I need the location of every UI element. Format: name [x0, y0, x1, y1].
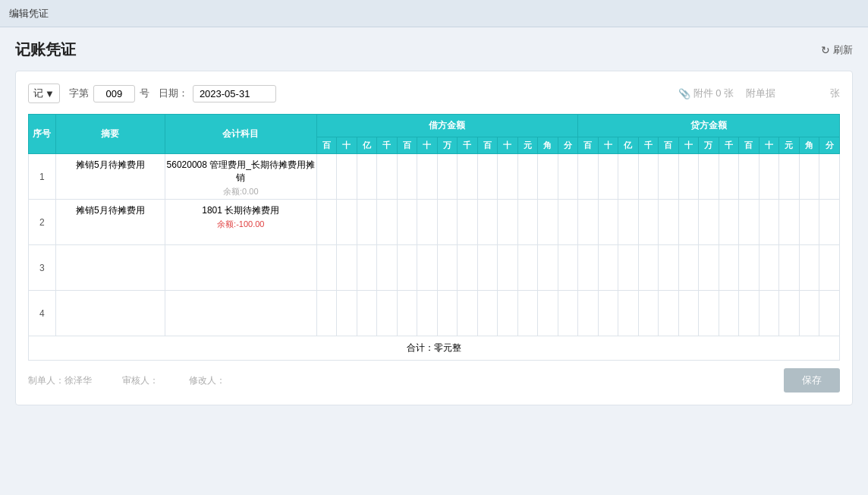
digit-cell-0-0[interactable] [316, 154, 337, 200]
digit-cell-2-1[interactable] [337, 245, 357, 291]
digit-cell-1-1[interactable] [337, 200, 357, 245]
digit-cell-3-12[interactable] [558, 291, 578, 336]
digit-cell-2-22[interactable] [759, 245, 779, 291]
digit-cell-1-12[interactable] [558, 200, 578, 245]
digit-cell-1-24[interactable] [799, 200, 819, 245]
digit-cell-0-2[interactable] [357, 154, 377, 200]
digit-cell-0-13[interactable] [578, 154, 599, 200]
digit-cell-3-14[interactable] [598, 291, 618, 336]
digit-cell-3-1[interactable] [337, 291, 357, 336]
digit-cell-2-16[interactable] [638, 245, 659, 291]
digit-cell-1-8[interactable] [477, 200, 498, 245]
digit-cell-3-8[interactable] [477, 291, 498, 336]
digit-cell-1-15[interactable] [618, 200, 639, 245]
digit-cell-1-20[interactable] [719, 200, 739, 245]
digit-cell-3-0[interactable] [316, 291, 337, 336]
row-account-1[interactable]: 1801 长期待摊费用余额:-100.00 [165, 200, 316, 245]
digit-cell-0-4[interactable] [397, 154, 417, 200]
digit-cell-0-24[interactable] [799, 154, 819, 200]
digit-cell-0-15[interactable] [618, 154, 639, 200]
digit-cell-1-4[interactable] [397, 200, 417, 245]
row-account-2[interactable] [165, 245, 316, 291]
digit-cell-3-25[interactable] [819, 291, 840, 336]
digit-cell-0-23[interactable] [779, 154, 800, 200]
digit-cell-3-13[interactable] [578, 291, 599, 336]
digit-cell-1-14[interactable] [598, 200, 618, 245]
digit-cell-3-4[interactable] [397, 291, 417, 336]
digit-cell-2-10[interactable] [517, 245, 538, 291]
digit-cell-1-9[interactable] [498, 200, 518, 245]
digit-cell-3-17[interactable] [659, 291, 679, 336]
digit-cell-1-22[interactable] [759, 200, 779, 245]
digit-cell-1-5[interactable] [417, 200, 438, 245]
digit-cell-0-20[interactable] [719, 154, 739, 200]
digit-cell-1-11[interactable] [538, 200, 558, 245]
digit-cell-1-19[interactable] [699, 200, 719, 245]
digit-cell-3-18[interactable] [678, 291, 699, 336]
digit-cell-1-25[interactable] [819, 200, 840, 245]
digit-cell-0-7[interactable] [458, 154, 478, 200]
digit-cell-0-16[interactable] [638, 154, 659, 200]
digit-cell-3-11[interactable] [538, 291, 558, 336]
digit-cell-2-7[interactable] [458, 245, 478, 291]
digit-cell-2-20[interactable] [719, 245, 739, 291]
row-account-3[interactable] [165, 291, 316, 336]
digit-cell-3-3[interactable] [377, 291, 398, 336]
digit-cell-0-17[interactable] [659, 154, 679, 200]
digit-cell-1-6[interactable] [437, 200, 458, 245]
digit-cell-2-9[interactable] [498, 245, 518, 291]
digit-cell-2-19[interactable] [699, 245, 719, 291]
digit-cell-0-3[interactable] [377, 154, 398, 200]
row-summary-1[interactable]: 摊销5月待摊费用 [55, 200, 165, 245]
digit-cell-0-10[interactable] [517, 154, 538, 200]
digit-cell-0-6[interactable] [437, 154, 458, 200]
digit-cell-0-14[interactable] [598, 154, 618, 200]
digit-cell-2-5[interactable] [417, 245, 438, 291]
digit-cell-0-25[interactable] [819, 154, 840, 200]
attachment-link[interactable]: 📎 附件 0 张 [678, 87, 734, 100]
digit-cell-0-5[interactable] [417, 154, 438, 200]
refresh-button[interactable]: ↻ 刷新 [821, 43, 853, 57]
digit-cell-1-16[interactable] [638, 200, 659, 245]
digit-cell-1-18[interactable] [678, 200, 699, 245]
digit-cell-3-7[interactable] [458, 291, 478, 336]
digit-cell-1-13[interactable] [578, 200, 599, 245]
digit-cell-2-3[interactable] [377, 245, 398, 291]
digit-cell-0-22[interactable] [759, 154, 779, 200]
digit-cell-3-2[interactable] [357, 291, 377, 336]
digit-cell-2-15[interactable] [618, 245, 639, 291]
digit-cell-0-19[interactable] [699, 154, 719, 200]
digit-cell-3-22[interactable] [759, 291, 779, 336]
row-account-0[interactable]: 56020008 管理费用_长期待摊费用摊销余额:0.00 [165, 154, 316, 200]
digit-cell-1-21[interactable] [739, 200, 760, 245]
digit-cell-3-20[interactable] [719, 291, 739, 336]
digit-cell-1-7[interactable] [458, 200, 478, 245]
zi-input[interactable] [93, 85, 135, 102]
digit-cell-2-25[interactable] [819, 245, 840, 291]
digit-cell-0-21[interactable] [739, 154, 760, 200]
digit-cell-3-6[interactable] [437, 291, 458, 336]
digit-cell-2-6[interactable] [437, 245, 458, 291]
digit-cell-2-14[interactable] [598, 245, 618, 291]
digit-cell-0-8[interactable] [477, 154, 498, 200]
row-summary-2[interactable] [55, 245, 165, 291]
digit-cell-1-2[interactable] [357, 200, 377, 245]
digit-cell-2-11[interactable] [538, 245, 558, 291]
digit-cell-1-10[interactable] [517, 200, 538, 245]
digit-cell-2-4[interactable] [397, 245, 417, 291]
digit-cell-3-15[interactable] [618, 291, 639, 336]
digit-cell-0-11[interactable] [538, 154, 558, 200]
digit-cell-3-21[interactable] [739, 291, 760, 336]
digit-cell-3-5[interactable] [417, 291, 438, 336]
digit-cell-2-12[interactable] [558, 245, 578, 291]
digit-cell-2-24[interactable] [799, 245, 819, 291]
digit-cell-3-19[interactable] [699, 291, 719, 336]
zhang-input[interactable] [788, 88, 818, 99]
save-button[interactable]: 保存 [784, 368, 840, 393]
digit-cell-0-1[interactable] [337, 154, 357, 200]
digit-cell-2-17[interactable] [659, 245, 679, 291]
digit-cell-1-23[interactable] [779, 200, 800, 245]
digit-cell-3-9[interactable] [498, 291, 518, 336]
digit-cell-2-2[interactable] [357, 245, 377, 291]
digit-cell-1-17[interactable] [659, 200, 679, 245]
